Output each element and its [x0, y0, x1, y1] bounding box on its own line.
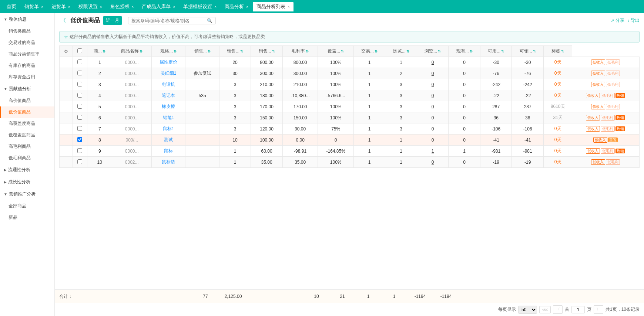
- col-tags[interactable]: 标签⇅: [543, 46, 572, 57]
- row-name[interactable]: 橡皮擦: [151, 101, 185, 112]
- sidebar-item-low-coverage[interactable]: 低覆盖度商品: [0, 129, 54, 141]
- checkbox-cell[interactable]: [73, 112, 87, 123]
- checkbox-cell[interactable]: [73, 79, 87, 90]
- sidebar-item-high-margin[interactable]: 高毛利商品: [0, 141, 54, 152]
- checkbox-cell[interactable]: [73, 90, 87, 101]
- sidebar-item-category-sales-rate[interactable]: 商品分类销售率: [0, 48, 54, 60]
- sidebar-item-stocked-products[interactable]: 有库存的商品: [0, 60, 54, 71]
- next-page-button[interactable]: 〉: [594, 305, 603, 314]
- sidebar-item-low-value[interactable]: 低价值商品: [0, 106, 54, 118]
- sidebar-item-inventory-capital[interactable]: 库存资金占用: [0, 71, 54, 83]
- per-page-select[interactable]: 50 100 200: [518, 306, 537, 314]
- row-view1[interactable]: 0: [417, 90, 449, 101]
- sidebar-item-high-coverage[interactable]: 高覆盖度商品: [0, 118, 54, 129]
- sidebar-group-overall[interactable]: ▼ 整体信息: [0, 13, 54, 26]
- col-saleable[interactable]: 可销...⇅: [512, 46, 544, 57]
- row-view1[interactable]: 0: [417, 57, 449, 68]
- checkbox-cell[interactable]: [73, 135, 87, 146]
- row-view1[interactable]: 1: [417, 146, 449, 157]
- row-checkbox[interactable]: [77, 60, 82, 64]
- col-available[interactable]: 可用...⇅: [480, 46, 512, 57]
- row-name[interactable]: 鼠标垫: [151, 157, 185, 168]
- row-checkbox[interactable]: [77, 104, 82, 109]
- view-count-link[interactable]: 0: [432, 60, 434, 65]
- first-page-button[interactable]: ⋘: [539, 306, 551, 313]
- view-count-link[interactable]: 0: [432, 93, 434, 98]
- row-checkbox[interactable]: [77, 126, 82, 131]
- close-icon[interactable]: ×: [100, 5, 102, 9]
- nav-role-auth[interactable]: 角色授权 ×: [107, 2, 138, 11]
- view-count-link[interactable]: 0: [432, 115, 434, 120]
- sidebar-item-high-value[interactable]: 高价值商品: [0, 95, 54, 106]
- close-icon[interactable]: ×: [68, 5, 70, 9]
- col-sales-amount[interactable]: 销售...⇅: [251, 46, 283, 57]
- row-name[interactable]: 鼠标1: [151, 123, 185, 135]
- row-name[interactable]: 测试: [151, 135, 185, 146]
- sidebar-group-marketing[interactable]: ▼ 营销推广分析: [0, 188, 54, 200]
- checkbox-cell[interactable]: [73, 101, 87, 112]
- export-button[interactable]: ↓ 导出: [627, 17, 640, 24]
- row-view1[interactable]: 0: [417, 123, 449, 135]
- checkbox-cell[interactable]: [73, 57, 87, 68]
- sidebar-item-low-margin[interactable]: 低毛利商品: [0, 152, 54, 164]
- col-view1[interactable]: 浏览...⇅: [385, 46, 417, 57]
- row-view1[interactable]: 0: [417, 112, 449, 123]
- row-checkbox[interactable]: [77, 137, 82, 142]
- row-name[interactable]: 铅笔1: [151, 112, 185, 123]
- close-icon[interactable]: ×: [132, 5, 134, 9]
- nav-product-analysis-list[interactable]: 商品分析列表 ×: [253, 2, 294, 11]
- sidebar-item-sales-products[interactable]: 销售类商品: [0, 26, 54, 37]
- nav-product-analysis[interactable]: 商品分析 ×: [221, 2, 252, 11]
- view-count-link[interactable]: 0: [432, 82, 434, 87]
- row-view1[interactable]: 0: [417, 79, 449, 90]
- sidebar-item-all-products[interactable]: 全部商品: [0, 200, 54, 212]
- page-number-input[interactable]: [571, 306, 585, 313]
- col-code[interactable]: 商...⇅: [87, 46, 112, 57]
- sidebar-group-circulation[interactable]: ▶ 流通性分析: [0, 164, 54, 176]
- sidebar-item-traded-products[interactable]: 交易过的商品: [0, 37, 54, 48]
- row-name[interactable]: 吴细细1: [151, 68, 185, 79]
- checkbox-cell[interactable]: [73, 157, 87, 168]
- nav-home[interactable]: 首页: [3, 2, 20, 11]
- col-coverage[interactable]: 覆盖...⇅: [318, 46, 354, 57]
- col-gear[interactable]: ⚙: [60, 46, 73, 57]
- view-count-link[interactable]: 0: [432, 126, 434, 132]
- checkbox-cell[interactable]: [73, 146, 87, 157]
- sidebar-item-new-products[interactable]: 新品: [0, 212, 54, 223]
- nav-permissions[interactable]: 权限设置 ×: [75, 2, 106, 11]
- row-view1[interactable]: 0: [417, 135, 449, 146]
- row-name[interactable]: 电话机: [151, 79, 185, 90]
- collapse-sidebar-button[interactable]: 《: [59, 17, 67, 25]
- col-gross-margin[interactable]: 毛利率⇅: [282, 46, 318, 57]
- view-count-link[interactable]: 0: [432, 137, 434, 143]
- row-checkbox[interactable]: [77, 148, 82, 153]
- row-name[interactable]: 属性定价: [151, 57, 185, 68]
- view-count-link[interactable]: 0: [432, 160, 434, 165]
- close-icon[interactable]: ×: [214, 5, 217, 9]
- nav-product-inbound[interactable]: 产成品入库单 ×: [138, 2, 179, 11]
- col-checkbox[interactable]: [73, 46, 87, 57]
- col-view2[interactable]: 浏览...⇅: [417, 46, 449, 57]
- row-view1[interactable]: 0: [417, 157, 449, 168]
- nav-purchase-order[interactable]: 进货单 ×: [48, 2, 74, 11]
- view-count-link[interactable]: 1: [432, 149, 434, 154]
- time-filter-button[interactable]: 近一月: [103, 16, 122, 25]
- select-all-checkbox[interactable]: [77, 48, 82, 53]
- close-icon[interactable]: ×: [246, 5, 248, 9]
- row-checkbox[interactable]: [77, 71, 82, 75]
- share-button[interactable]: ↗ 分享: [611, 17, 624, 24]
- row-checkbox[interactable]: [77, 93, 82, 98]
- close-icon[interactable]: ×: [41, 5, 43, 9]
- col-name[interactable]: 商品名称⇅: [112, 46, 151, 57]
- row-checkbox[interactable]: [77, 159, 82, 164]
- search-icon[interactable]: 🔍: [207, 18, 212, 23]
- checkbox-cell[interactable]: [73, 123, 87, 135]
- row-name[interactable]: 笔记本: [151, 90, 185, 101]
- col-sales-price[interactable]: 销售...⇅: [219, 46, 251, 57]
- nav-template-settings[interactable]: 单据模板设置 ×: [180, 2, 220, 11]
- sidebar-group-contribution[interactable]: ▼ 贡献值分析: [0, 83, 54, 95]
- checkbox-cell[interactable]: [73, 68, 87, 79]
- row-checkbox[interactable]: [77, 115, 82, 120]
- search-input[interactable]: [131, 18, 205, 23]
- view-count-link[interactable]: 0: [432, 71, 434, 76]
